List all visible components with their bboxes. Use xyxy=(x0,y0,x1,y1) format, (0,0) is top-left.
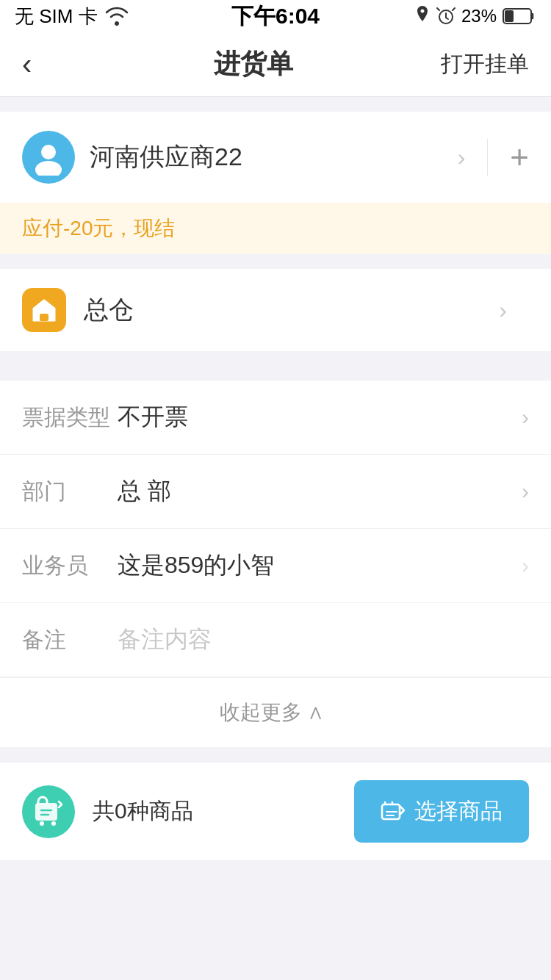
supplier-chevron-icon: › xyxy=(458,144,466,171)
product-icon xyxy=(22,785,75,838)
svg-rect-2 xyxy=(505,10,514,22)
invoice-type-label: 票据类型 xyxy=(22,403,110,433)
location-icon xyxy=(414,6,431,26)
svg-point-4 xyxy=(35,161,62,176)
supplier-section: 河南供应商22 › + 应付-20元，现结 xyxy=(0,112,551,254)
add-supplier-button[interactable]: + xyxy=(510,141,529,173)
warehouse-chevron-icon: › xyxy=(499,297,507,324)
back-button[interactable]: ‹ xyxy=(22,48,66,81)
svg-point-3 xyxy=(41,145,56,159)
salesperson-chevron-icon: › xyxy=(522,553,529,578)
vertical-divider xyxy=(487,139,488,176)
remark-label: 备注 xyxy=(22,625,110,655)
status-time: 下午6:04 xyxy=(231,1,320,32)
department-chevron-icon: › xyxy=(522,479,529,504)
notice-banner: 应付-20元，现结 xyxy=(0,203,551,254)
section-divider-2 xyxy=(0,254,551,269)
svg-point-7 xyxy=(40,821,44,826)
warehouse-name: 总仓 xyxy=(84,293,499,327)
open-pending-button[interactable]: 打开挂单 xyxy=(441,49,529,79)
select-product-label: 选择商品 xyxy=(414,796,503,826)
alarm-icon xyxy=(436,6,455,26)
salesperson-row[interactable]: 业务员 这是859的小智 › xyxy=(0,529,551,603)
supplier-name: 河南供应商22 xyxy=(90,140,458,174)
person-icon xyxy=(30,139,67,176)
status-bar: 无 SIM 卡 下午6:04 23% xyxy=(0,0,551,32)
status-carrier: 无 SIM 卡 xyxy=(15,4,130,29)
invoice-type-row[interactable]: 票据类型 不开票 › xyxy=(0,381,551,455)
battery-text: 23% xyxy=(461,6,497,26)
form-section: 票据类型 不开票 › 部门 总 部 › 业务员 这是859的小智 › 备注 备注… xyxy=(0,381,551,747)
nav-bar: ‹ 进货单 打开挂单 xyxy=(0,32,551,97)
invoice-type-chevron-icon: › xyxy=(522,405,529,430)
invoice-type-value: 不开票 xyxy=(110,401,514,433)
warehouse-row[interactable]: 总仓 › xyxy=(0,269,551,351)
department-label: 部门 xyxy=(22,477,110,507)
warehouse-section: 总仓 › xyxy=(0,269,551,351)
page-title: 进货单 xyxy=(214,46,293,82)
select-cart-icon xyxy=(381,801,406,822)
salesperson-value: 这是859的小智 xyxy=(110,550,514,582)
svg-point-8 xyxy=(51,821,56,826)
remark-row[interactable]: 备注 备注内容 xyxy=(0,603,551,677)
svg-rect-5 xyxy=(40,314,48,321)
select-product-button[interactable]: 选择商品 xyxy=(354,780,529,843)
salesperson-label: 业务员 xyxy=(22,551,110,581)
cart-icon xyxy=(32,796,65,828)
collapse-row[interactable]: 收起更多 ∧ xyxy=(0,677,551,747)
svg-rect-6 xyxy=(35,803,57,821)
supplier-row[interactable]: 河南供应商22 › + xyxy=(0,112,551,203)
bottom-product-bar: 共0种商品 选择商品 xyxy=(0,762,551,860)
wifi-icon xyxy=(104,7,130,26)
department-value: 总 部 xyxy=(110,475,514,508)
supplier-avatar xyxy=(22,131,75,184)
gray-bg xyxy=(0,860,551,980)
section-divider-1 xyxy=(0,97,551,112)
collapse-label: 收起更多 ∧ xyxy=(220,699,325,727)
carrier-text: 无 SIM 卡 xyxy=(15,4,98,29)
product-count: 共0种商品 xyxy=(93,796,354,826)
warehouse-icon xyxy=(22,288,66,332)
department-row[interactable]: 部门 总 部 › xyxy=(0,455,551,529)
house-icon xyxy=(30,296,58,324)
status-right: 23% xyxy=(414,6,536,26)
remark-value[interactable]: 备注内容 xyxy=(110,624,529,656)
section-divider-3 xyxy=(0,351,551,366)
battery-icon xyxy=(503,7,536,25)
